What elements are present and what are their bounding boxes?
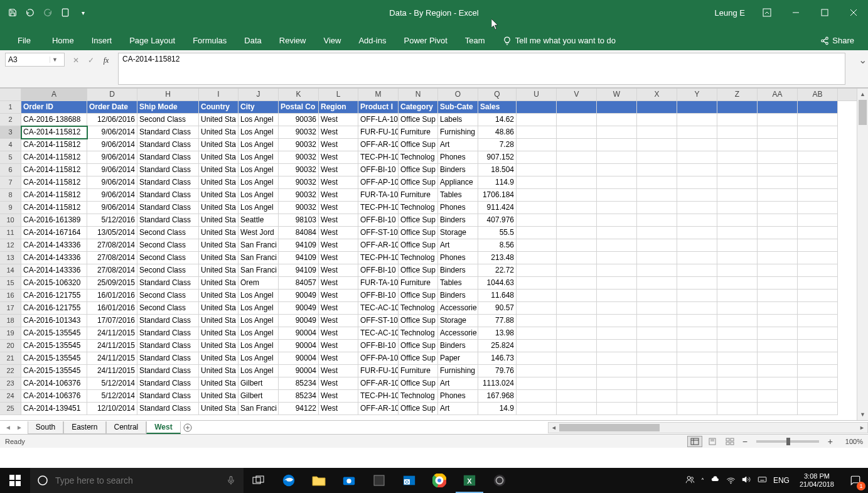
col-header-L[interactable]: L	[319, 89, 358, 100]
cell[interactable]: West	[319, 264, 358, 277]
taskbar-search[interactable]	[30, 468, 244, 493]
cell[interactable]: 90004	[279, 327, 319, 340]
cell[interactable]: 14.62	[478, 114, 517, 126]
row-header-22[interactable]: 22	[0, 365, 21, 377]
cell[interactable]	[717, 252, 758, 264]
cell[interactable]: CA-2015-135545	[21, 340, 87, 352]
row-header-1[interactable]: 1	[0, 101, 21, 114]
cell[interactable]	[798, 227, 838, 239]
cell[interactable]	[597, 214, 637, 227]
cortana-icon[interactable]	[30, 475, 55, 486]
scroll-right-button[interactable]: ►	[857, 425, 867, 431]
row-header-12[interactable]: 12	[0, 239, 21, 252]
cell[interactable]: 9/06/2014	[87, 202, 137, 214]
cell[interactable]	[717, 239, 758, 252]
cell[interactable]	[798, 290, 838, 302]
header-cell[interactable]: Sub-Cate	[438, 101, 478, 114]
cell[interactable]	[798, 340, 838, 352]
cell[interactable]: Accessorie	[438, 327, 478, 340]
cell[interactable]: Office Sup	[399, 352, 438, 365]
cell[interactable]	[557, 302, 597, 315]
cell[interactable]: West	[319, 290, 358, 302]
tab-home[interactable]: Home	[43, 31, 83, 50]
cell[interactable]: 94122	[279, 403, 319, 415]
cell[interactable]	[717, 151, 758, 164]
cell[interactable]: Second Class	[137, 227, 199, 239]
tray-expand-icon[interactable]: ˄	[701, 477, 704, 484]
cell[interactable]: 16/01/2016	[87, 290, 137, 302]
cell[interactable]: United Sta	[199, 277, 238, 290]
cell[interactable]: West	[319, 252, 358, 264]
cell[interactable]	[557, 252, 597, 264]
col-header-Q[interactable]: Q	[478, 89, 517, 100]
cell[interactable]: CA-2014-115812	[21, 176, 87, 189]
cell[interactable]	[557, 176, 597, 189]
cell[interactable]: Second Class	[137, 264, 199, 277]
cell[interactable]: Los Angel	[238, 126, 279, 139]
cell[interactable]: West	[319, 164, 358, 176]
cell[interactable]	[717, 126, 758, 139]
sheet-next-button[interactable]: ►	[16, 424, 23, 431]
cell[interactable]	[758, 151, 798, 164]
row-header-10[interactable]: 10	[0, 214, 21, 227]
col-header-D[interactable]: D	[87, 89, 137, 100]
cell[interactable]: United Sta	[199, 189, 238, 202]
col-header-O[interactable]: O	[438, 89, 478, 100]
obs-app[interactable]	[485, 468, 515, 493]
cell[interactable]	[798, 277, 838, 290]
cell[interactable]: United Sta	[199, 365, 238, 377]
cell[interactable]	[677, 315, 717, 327]
cell[interactable]	[517, 239, 557, 252]
cell[interactable]: Los Angel	[238, 114, 279, 126]
cell[interactable]	[637, 239, 677, 252]
row-header-21[interactable]: 21	[0, 352, 21, 365]
cell[interactable]: San Franci	[238, 252, 279, 264]
cell[interactable]: Standard Class	[137, 189, 199, 202]
cell[interactable]: 13.98	[478, 327, 517, 340]
tab-team[interactable]: Team	[456, 31, 494, 50]
row-header-9[interactable]: 9	[0, 202, 21, 214]
cell[interactable]: Binders	[438, 264, 478, 277]
cell[interactable]	[517, 352, 557, 365]
hscroll-thumb[interactable]	[559, 424, 660, 431]
cell[interactable]	[597, 290, 637, 302]
cell[interactable]: 1044.63	[478, 277, 517, 290]
cell[interactable]	[677, 352, 717, 365]
cell[interactable]	[517, 252, 557, 264]
start-button[interactable]	[0, 468, 30, 493]
qat-customize[interactable]: ▾	[75, 5, 90, 20]
row-header-8[interactable]: 8	[0, 189, 21, 202]
cell[interactable]	[517, 176, 557, 189]
tab-page-layout[interactable]: Page Layout	[121, 31, 184, 50]
cell[interactable]	[758, 227, 798, 239]
cancel-formula-button[interactable]: ✕	[69, 54, 83, 67]
volume-icon[interactable]	[742, 475, 751, 486]
cell[interactable]	[517, 189, 557, 202]
cell[interactable]	[677, 239, 717, 252]
col-header-W[interactable]: W	[597, 89, 637, 100]
cell[interactable]: 9/06/2014	[87, 151, 137, 164]
cell[interactable]: 85234	[279, 390, 319, 403]
cell[interactable]: United Sta	[199, 403, 238, 415]
row-header-7[interactable]: 7	[0, 176, 21, 189]
cell[interactable]: CA-2014-106376	[21, 390, 87, 403]
cell[interactable]: West	[319, 176, 358, 189]
cell[interactable]	[557, 352, 597, 365]
cell[interactable]	[597, 202, 637, 214]
cell[interactable]	[677, 377, 717, 390]
formula-bar-expand[interactable]: ⌄	[857, 50, 868, 87]
page-break-view-button[interactable]	[722, 436, 737, 447]
cell[interactable]	[597, 252, 637, 264]
cell[interactable]: Office Sup	[399, 264, 438, 277]
cell[interactable]	[798, 390, 838, 403]
row-header-6[interactable]: 6	[0, 164, 21, 176]
cell[interactable]	[637, 352, 677, 365]
sheet-tab-central[interactable]: Central	[106, 421, 147, 434]
cell[interactable]: Los Angel	[238, 327, 279, 340]
cell[interactable]	[717, 340, 758, 352]
cell[interactable]: West	[319, 365, 358, 377]
cell[interactable]: 90049	[279, 315, 319, 327]
cell[interactable]	[717, 403, 758, 415]
row-header-25[interactable]: 25	[0, 403, 21, 415]
cell[interactable]	[758, 139, 798, 151]
